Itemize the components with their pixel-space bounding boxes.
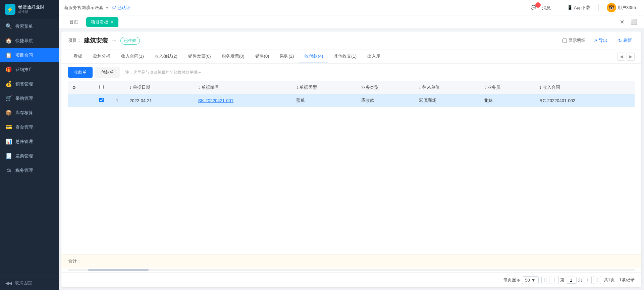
sidebar-item-5[interactable]: 🛒采购管理 [0,91,59,105]
th-type-label: 单据类型 [300,85,317,90]
sidebar-item-1[interactable]: 🏠快捷导航 [0,33,59,48]
more-options-button[interactable]: ··· [112,38,116,44]
tab-project-board-label: 项目看板 [91,19,108,25]
th-contract[interactable]: ↕ 收入合同 [535,81,635,94]
nav-prev-button[interactable]: ◀ [617,53,625,61]
th-biz-type: 业务类型 [357,81,415,94]
th-salesperson[interactable]: ↕ 业务员 [480,81,535,94]
app-version: 标准版 [18,10,44,14]
tab-project-board[interactable]: 项目看板 ✕ [86,17,118,27]
sub-tab-receipt[interactable]: 收款单 [68,67,93,78]
nav-tab-label-1: 盈利分析 [93,54,110,59]
sidebar-label-6: 库存核算 [15,110,33,116]
row-checkbox-0[interactable] [95,94,109,107]
table-header-row: ⚙ ↕ 单据日期 ↕ 单据编号 ↕ 单据类型 业务类型 ↕ 往来单位 ↕ 业务员… [68,81,635,94]
app-name: 畅捷通好业财 [18,4,44,10]
th-type[interactable]: ↕ 单据类型 [292,81,357,94]
cancel-fixed-button[interactable]: ◀◀ 取消固定 [0,276,59,290]
first-page-button[interactable]: ⟨⟨ [541,276,549,284]
sidebar-item-2[interactable]: 📋项目合同 [0,48,59,62]
row-partner-0: 宏茂商场 [415,94,480,107]
project-title: 项目： 建筑安装 [68,37,108,45]
nav-tab-5[interactable]: 税务发票(0) [216,50,250,63]
refresh-button[interactable]: ↻ 刷新 [615,36,635,45]
th-code[interactable]: ↕ 单据编号 [194,81,292,94]
settings-icon[interactable]: ⚙ [72,85,76,90]
messages-button[interactable]: 💬 1 消息 [528,3,553,12]
tab-home-label: 首页 [69,19,78,25]
nav-tab-0[interactable]: 看板 [68,50,88,63]
nav-next-button[interactable]: ▶ [627,53,635,61]
sidebar-item-4[interactable]: 💰销售管理 [0,77,59,91]
refresh-icon: ↻ [618,38,622,43]
nav-tab-1[interactable]: 盈利分析 [88,50,116,63]
row-select-0[interactable] [99,98,104,102]
page-number-input[interactable] [566,277,577,284]
nav-tab-label-9: 其他收支(1) [334,54,357,59]
content-area: 项目： 建筑安装 ··· 已生效 显示明细 ↗ 导出 ↻ 刷新 [61,31,641,287]
verified-text: 已认证 [117,5,130,11]
nav-tab-6[interactable]: 销售(0) [250,50,275,63]
next-page-button[interactable]: ⟩ [584,276,592,284]
project-header: 项目： 建筑安装 ··· 已生效 显示明细 ↗ 导出 ↻ 刷新 [61,31,641,50]
nav-tab-2[interactable]: 收入合同(1) [116,50,149,63]
tab-home[interactable]: 首页 [64,16,84,28]
row-settings-0[interactable] [68,94,95,107]
table-row[interactable]: 1 2022-04-21 SK-20220421-001 蓝单 应收款 宏茂商场… [68,94,635,107]
nav-tab-7[interactable]: 采购(2) [274,50,299,63]
header-right: 💬 1 消息 📱 App下载 🐯 用户3355 [528,2,639,14]
chevron-down-icon: ▼ [105,6,109,10]
scrollbar-track[interactable] [68,269,635,271]
row-code-0[interactable]: SK-20220421-001 [194,94,292,107]
user-menu[interactable]: 🐯 用户3355 [604,2,639,14]
scrollbar-thumb[interactable] [88,269,149,271]
sidebar-icon-2: 📋 [5,52,12,58]
nav-tab-8[interactable]: 收付款(4) [299,50,328,63]
show-detail-input[interactable] [562,39,567,43]
sidebar: ⚡ 畅捷通好业财 标准版 🔍搜索菜单🏠快捷导航📋项目合同🎁营销推广💰销售管理🛒采… [0,0,59,290]
per-page-value: 50 [525,278,530,283]
th-salesperson-label: 业务员 [487,85,500,90]
th-partner[interactable]: ↕ 往来单位 [415,81,480,94]
sidebar-label-5: 采购管理 [15,95,33,101]
prev-page-button[interactable]: ⟨ [551,276,559,284]
row-code-link-0[interactable]: SK-20220421-001 [198,98,234,103]
sidebar-item-6[interactable]: 📦库存核算 [0,105,59,120]
th-num [109,81,125,94]
nav-tab-4[interactable]: 销售发票(0) [183,50,216,63]
th-code-label: 单据编号 [202,85,219,90]
verified-badge: 🛡 已认证 [112,5,130,11]
horizontal-scrollbar[interactable] [61,268,641,272]
sidebar-item-3[interactable]: 🎁营销推广 [0,62,59,77]
per-page-select[interactable]: 50 ▼ [522,276,538,284]
nav-tab-10[interactable]: 出入库 [362,50,386,63]
app-download-button[interactable]: 📱 App下载 [565,3,593,12]
sub-tab-payment[interactable]: 付款单 [95,67,120,78]
sidebar-item-10[interactable]: ⚖税务管理 [0,163,59,177]
sidebar-item-7[interactable]: 💳资金管理 [0,120,59,134]
export-button[interactable]: ↗ 导出 [591,36,610,45]
th-settings[interactable]: ⚙ [68,81,95,94]
nav-arrows: ◀ ▶ [617,53,635,61]
th-date[interactable]: ↕ 单据日期 [125,81,194,94]
pagination: 每页显示 50 ▼ ⟨⟨ ⟨ 第 页 ⟩ ⟩⟩ 共1页，1条记录 [61,272,641,287]
divider [559,4,559,11]
th-checkbox [95,81,109,94]
row-num-0: 1 [109,94,125,107]
show-detail-checkbox[interactable]: 显示明细 [562,38,586,44]
select-all-checkbox[interactable] [99,85,104,89]
close-tab-button[interactable]: ✕ [617,17,627,27]
sidebar-item-9[interactable]: 🧾发票管理 [0,149,59,163]
sidebar-item-8[interactable]: 📊总账管理 [0,134,59,149]
demo-account-selector[interactable]: 新服务官网演示账套 ▼ [64,5,109,11]
sidebar-item-0[interactable]: 🔍搜索菜单 [0,19,59,33]
nav-tab-3[interactable]: 收入确认(2) [149,50,183,63]
project-actions: 显示明细 ↗ 导出 ↻ 刷新 [562,36,635,45]
last-page-button[interactable]: ⟩⟩ [593,276,601,284]
nav-tab-9[interactable]: 其他收支(1) [328,50,362,63]
app-logo-text: 畅捷通好业财 标准版 [18,4,44,15]
th-date-label: 单据日期 [133,85,150,90]
close-icon[interactable]: ✕ [110,20,114,24]
nav-tab-label-8: 收付款(4) [305,54,323,59]
maximize-button[interactable]: ⬜ [629,17,639,27]
